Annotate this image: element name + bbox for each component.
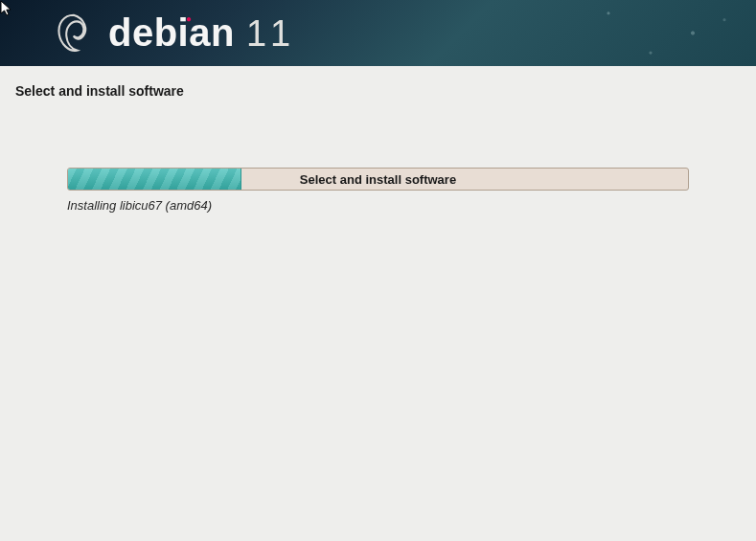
installer-content: Select and install software Select and i… [0,66,756,230]
step-title: Select and install software [15,83,741,99]
cursor-icon [0,0,13,17]
progress-label: Select and install software [300,172,456,187]
brand-name: debian ● 11 [108,11,294,55]
brand-name-text: debian [108,11,235,55]
debian-logo-icon [53,9,93,58]
progress-area: Select and install software Installing l… [15,168,741,213]
brand-version: 11 [246,13,294,55]
installer-header: debian ● 11 [0,0,756,66]
progress-bar-fill [68,169,241,190]
status-text: Installing libicu67 (amd64) [67,198,689,213]
progress-bar: Select and install software [67,168,689,191]
